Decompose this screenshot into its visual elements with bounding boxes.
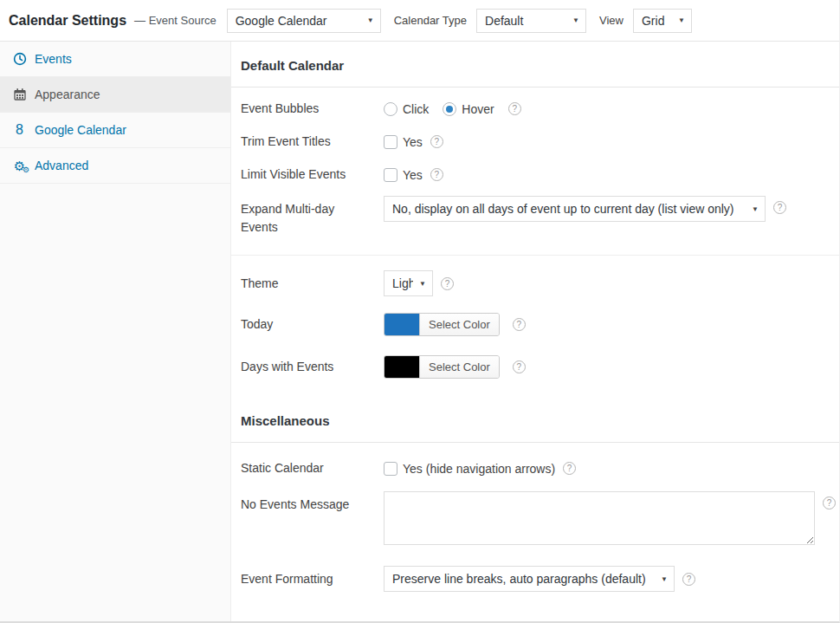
event-bubbles-hover-label: Hover — [462, 102, 494, 116]
row-today: Today Select Color ? — [241, 313, 839, 336]
limit-visible-events-checkbox[interactable] — [384, 168, 397, 182]
row-theme: Theme Light ▼ ? — [241, 270, 839, 296]
no-events-message-label: No Events Message — [241, 491, 384, 514]
no-events-message-textarea[interactable] — [384, 491, 815, 545]
help-icon[interactable]: ? — [430, 168, 443, 181]
event-source-label: — Event Source — [134, 14, 216, 27]
event-source-select[interactable]: Google Calendar ▼ — [227, 9, 381, 33]
calendar-icon — [12, 88, 27, 101]
trim-event-titles-checkbox[interactable] — [384, 135, 397, 149]
settings-body: Events A — [0, 42, 839, 621]
page-title: Calendar Settings — [9, 13, 126, 29]
help-icon[interactable]: ? — [441, 277, 454, 290]
theme-select[interactable]: Light ▼ — [384, 270, 433, 296]
appearance-panel: Default Calendar Event Bubbles Click Hov… — [231, 42, 839, 621]
calendar-type-label: Calendar Type — [394, 14, 467, 27]
row-trim-event-titles: Trim Event Titles Yes ? — [241, 133, 839, 151]
static-calendar-label: Static Calendar — [241, 459, 384, 477]
theme-value: Light — [392, 276, 413, 290]
help-icon[interactable]: ? — [430, 135, 443, 148]
section-title-miscellaneous: Miscellaneous — [241, 379, 839, 442]
expand-multi-day-label: Expand Multi-day Events — [241, 196, 384, 237]
limit-visible-events-label: Limit Visible Events — [241, 165, 384, 184]
days-with-events-select-color-label: Select Color — [419, 356, 499, 378]
event-formatting-value: Preserve line breaks, auto paragraphs (d… — [392, 572, 655, 586]
event-bubbles-label: Event Bubbles — [241, 100, 384, 118]
theme-label: Theme — [241, 275, 384, 293]
limit-visible-events-yes-label: Yes — [403, 168, 423, 182]
chevron-down-icon: ▼ — [752, 205, 759, 213]
tab-appearance[interactable]: Appearance — [0, 77, 230, 113]
today-color-picker-button[interactable]: Select Color — [384, 313, 500, 336]
days-with-events-color-picker-button[interactable]: Select Color — [384, 355, 500, 379]
event-bubbles-click-label: Click — [403, 102, 429, 116]
google-icon: 8 — [12, 123, 27, 137]
days-with-events-color-swatch — [384, 356, 419, 378]
chevron-down-icon: ▼ — [419, 280, 426, 288]
section-title-default-calendar: Default Calendar — [241, 42, 839, 87]
help-icon[interactable]: ? — [682, 573, 695, 586]
expand-multi-day-select[interactable]: No, display on all days of event up to c… — [384, 196, 766, 222]
top-bar: Calendar Settings — Event Source Google … — [0, 0, 839, 42]
today-select-color-label: Select Color — [419, 314, 499, 335]
tab-advanced-label: Advanced — [35, 159, 88, 172]
help-icon[interactable]: ? — [823, 496, 836, 509]
view-label: View — [599, 14, 624, 27]
calendar-type-value: Default — [485, 14, 566, 28]
trim-event-titles-yes-label: Yes — [403, 135, 423, 149]
row-expand-multi-day: Expand Multi-day Events No, display on a… — [241, 196, 839, 237]
tab-appearance-label: Appearance — [35, 88, 100, 101]
chevron-down-icon: ▼ — [367, 16, 374, 24]
row-static-calendar: Static Calendar Yes (hide navigation arr… — [241, 459, 839, 477]
trim-event-titles-label: Trim Event Titles — [241, 133, 384, 151]
tab-google-calendar[interactable]: 8 Google Calendar — [0, 113, 230, 148]
calendar-settings-page: Calendar Settings — Event Source Google … — [0, 0, 840, 623]
static-calendar-yes-label: Yes (hide navigation arrows) — [403, 462, 555, 476]
calendar-type-select[interactable]: Default ▼ — [476, 9, 586, 33]
tab-google-calendar-label: Google Calendar — [35, 123, 126, 137]
chevron-down-icon: ▼ — [661, 575, 668, 583]
help-icon[interactable]: ? — [508, 102, 521, 115]
event-formatting-select[interactable]: Preserve line breaks, auto paragraphs (d… — [384, 566, 675, 592]
days-with-events-label: Days with Events — [241, 358, 384, 376]
view-select[interactable]: Grid ▼ — [633, 9, 692, 33]
section-divider — [231, 442, 839, 443]
row-limit-visible-events: Limit Visible Events Yes ? — [241, 165, 839, 184]
event-bubbles-hover-radio[interactable] — [443, 102, 456, 116]
tab-events[interactable]: Events — [0, 42, 230, 77]
today-label: Today — [241, 315, 384, 334]
static-calendar-checkbox[interactable] — [384, 462, 397, 476]
expand-multi-day-value: No, display on all days of event up to c… — [392, 202, 746, 216]
help-icon[interactable]: ? — [563, 462, 576, 475]
gears-icon: ⚙ ⚙ — [12, 159, 27, 172]
chevron-down-icon: ▼ — [572, 16, 579, 24]
chevron-down-icon: ▼ — [678, 16, 685, 24]
view-value: Grid — [642, 14, 672, 28]
help-icon[interactable]: ? — [513, 360, 526, 373]
today-color-swatch — [384, 314, 419, 335]
row-no-events-message: No Events Message ? — [241, 491, 839, 545]
help-icon[interactable]: ? — [773, 201, 786, 214]
row-divider — [231, 255, 839, 256]
event-formatting-label: Event Formatting — [241, 570, 384, 588]
row-event-formatting: Event Formatting Preserve line breaks, a… — [241, 566, 839, 592]
section-divider — [231, 87, 839, 88]
help-icon[interactable]: ? — [513, 318, 526, 331]
row-event-bubbles: Event Bubbles Click Hover ? — [241, 100, 839, 118]
event-source-value: Google Calendar — [236, 14, 361, 28]
row-days-with-events: Days with Events Select Color ? — [241, 355, 839, 379]
event-bubbles-click-radio[interactable] — [384, 102, 397, 116]
settings-sidebar: Events A — [0, 42, 231, 621]
clock-icon — [12, 52, 27, 66]
tab-advanced[interactable]: ⚙ ⚙ Advanced — [0, 148, 230, 184]
tab-events-label: Events — [35, 52, 72, 66]
